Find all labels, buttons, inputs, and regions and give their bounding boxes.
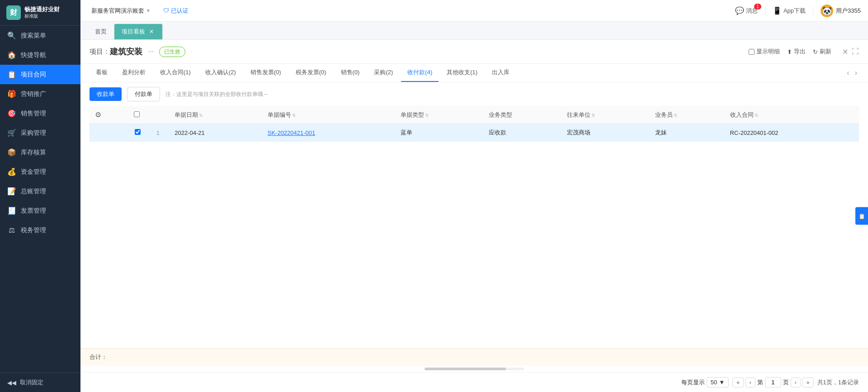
project-status-badge: 已生效 [159,47,185,57]
sub-tab-other-expense[interactable]: 其他收支(1) [440,64,484,82]
side-quick-button[interactable]: 📋 [855,207,868,225]
sidebar-label-fund-mgmt: 资金管理 [21,168,46,176]
h-scrollbar-thumb[interactable] [425,368,506,370]
settings-icon[interactable]: ⚙ [95,111,101,119]
export-icon: ⬆ [787,48,792,55]
next-page-button[interactable]: › [791,378,801,387]
tab-close-icon[interactable]: ✕ [148,28,155,35]
sub-tab-income-contract[interactable]: 收入合同(1) [154,64,197,82]
payment-btn[interactable]: 付款单 [127,87,160,101]
sidebar-item-invoice-mgmt[interactable]: 🧾发票管理 [0,201,80,220]
page-info: 共1页，1条记录 [817,378,859,387]
total-row: 合计： [80,348,868,366]
cell-settings [90,124,128,142]
cell-partner: 宏茂商场 [561,124,650,142]
sub-tab-sales[interactable]: 销售(0) [335,64,366,82]
project-more-btn[interactable]: ··· [148,48,154,56]
sub-tab-tax-invoice[interactable]: 税务发票(0) [289,64,333,82]
cell-type: 蓝单 [395,124,483,142]
sidebar-label-ledger-mgmt: 总账管理 [21,187,46,196]
project-prefix: 项目： [90,48,110,56]
prev-page-button[interactable]: ‹ [745,378,755,387]
cell-check[interactable] [128,124,146,142]
sub-tab-profit[interactable]: 盈利分析 [116,64,152,82]
table-body: 1 2022-04-21 SK-20220421-001 蓝单 应收款 宏茂商场… [90,124,859,142]
unpin-icon: ◀◀ [7,379,16,386]
page-content: 项目： 建筑安装 ··· 已生效 显示明细 ⬆ 导出 ↻ 刷新 ✕ [80,40,868,392]
first-page-button[interactable]: « [732,378,744,387]
sidebar-label-invoice-mgmt: 发票管理 [21,207,46,215]
sidebar-icon-search: 🔍 [7,31,16,40]
sub-tab-kanban[interactable]: 看板 [90,64,114,82]
sidebar-icon-tax-mgmt: ⚖ [7,226,16,234]
sidebar-label-inventory-mgmt: 库存核算 [21,148,46,157]
sort-icon-type: ⇅ [425,113,429,118]
sidebar-item-fund-mgmt[interactable]: 💰资金管理 [0,162,80,182]
page-size-dropdown[interactable]: 50 ▼ [707,377,729,387]
cell-code[interactable]: SK-20220421-001 [262,124,395,142]
row-checkbox[interactable] [135,129,141,135]
messages-button[interactable]: 💬 消息 1 [735,6,758,15]
show-detail-checkbox[interactable] [749,49,755,55]
col-income-contract[interactable]: 收入合同⇅ [725,106,859,124]
sidebar-item-sales-mgmt[interactable]: 🎯销售管理 [0,104,80,123]
cell-biz-type: 应收款 [483,124,561,142]
sidebar-scroll: 🔍搜索菜单🏠快捷导航📋项目合同🎁营销推广🎯销售管理🛒采购管理📦库存核算💰资金管理… [0,26,80,373]
sub-tab-income-confirm[interactable]: 收入确认(2) [199,64,242,82]
col-salesman[interactable]: 业务员⇅ [650,106,725,124]
sidebar-label-quick-nav: 快捷导航 [21,51,46,59]
last-page-button[interactable]: » [802,378,814,387]
sort-icon-date: ⇅ [199,113,203,118]
user-avatar: 🐼 [821,5,833,17]
divider [765,6,765,15]
sub-tabs-next[interactable]: › [853,67,859,79]
tab-home[interactable]: 首页 [88,24,114,39]
cell-income-contract: RC-20220401-002 [725,124,859,142]
sub-tabs-prev[interactable]: ‹ [845,67,851,79]
sidebar-item-tax-mgmt[interactable]: ⚖税务管理 [0,220,80,240]
col-settings[interactable]: ⚙ [90,106,128,124]
sidebar-footer[interactable]: ◀◀ 取消固定 [0,373,80,392]
sort-icon-partner: ⇅ [591,113,595,118]
sidebar-item-project-contract[interactable]: 📋项目合同 [0,65,80,84]
user-area[interactable]: 🐼 用户3355 [821,5,861,17]
maximize-window-button[interactable]: ⛶ [852,48,859,56]
col-biz-type: 业务类型 [483,106,561,124]
scroll-area [80,366,868,372]
col-code[interactable]: 单据编号⇅ [262,106,395,124]
sidebar-item-quick-nav[interactable]: 🏠快捷导航 [0,45,80,65]
tabs-bar: 首页 项目看板 ✕ [80,22,868,40]
close-window-button[interactable]: ✕ [842,48,848,56]
sub-tab-inventory[interactable]: 出入库 [486,64,516,82]
sidebar-item-inventory-mgmt[interactable]: 📦库存核算 [0,143,80,162]
window-controls: ✕ ⛶ [842,48,859,56]
project-title: 建筑安装 [110,46,142,57]
sub-tab-sales-invoice[interactable]: 销售发票(0) [244,64,288,82]
table-row[interactable]: 1 2022-04-21 SK-20220421-001 蓝单 应收款 宏茂商场… [90,124,859,142]
app-download-button[interactable]: 📱 App下载 [773,6,806,15]
sidebar-item-ledger-mgmt[interactable]: 📝总账管理 [0,182,80,201]
sub-tab-collection[interactable]: 收付款(4) [401,64,439,82]
refresh-button[interactable]: ↻ 刷新 [813,48,831,56]
data-table: ⚙ 单据日期⇅ 单据编号⇅ 单据类型⇅ 业务类型 往来单位⇅ 业务员⇅ 收入合同… [90,106,859,142]
sidebar-item-marketing[interactable]: 🎁营销推广 [0,84,80,104]
tab-project-board[interactable]: 项目看板 ✕ [114,24,163,39]
show-detail-label[interactable]: 显示明细 [749,48,780,56]
collection-btn[interactable]: 收款单 [90,87,122,101]
page-input[interactable] [765,377,781,387]
account-selector[interactable]: 新服务官网演示账套 ▼ [88,5,154,17]
cell-date: 2022-04-21 [169,124,262,142]
sidebar-icon-purchase-mgmt: 🛒 [7,129,16,137]
col-partner[interactable]: 往来单位⇅ [561,106,650,124]
table-container: ⚙ 单据日期⇅ 单据编号⇅ 单据类型⇅ 业务类型 往来单位⇅ 业务员⇅ 收入合同… [80,106,868,348]
select-all-checkbox[interactable] [134,111,140,117]
col-type[interactable]: 单据类型⇅ [395,106,483,124]
col-date[interactable]: 单据日期⇅ [169,106,262,124]
sidebar-item-search[interactable]: 🔍搜索菜单 [0,26,80,45]
sub-tab-purchase[interactable]: 采购(2) [368,64,399,82]
sidebar-item-purchase-mgmt[interactable]: 🛒采购管理 [0,123,80,143]
export-button[interactable]: ⬆ 导出 [787,48,806,56]
h-scrollbar[interactable] [425,368,524,370]
sidebar-icon-ledger-mgmt: 📝 [7,187,16,196]
record-link[interactable]: SK-20220421-001 [268,129,316,136]
